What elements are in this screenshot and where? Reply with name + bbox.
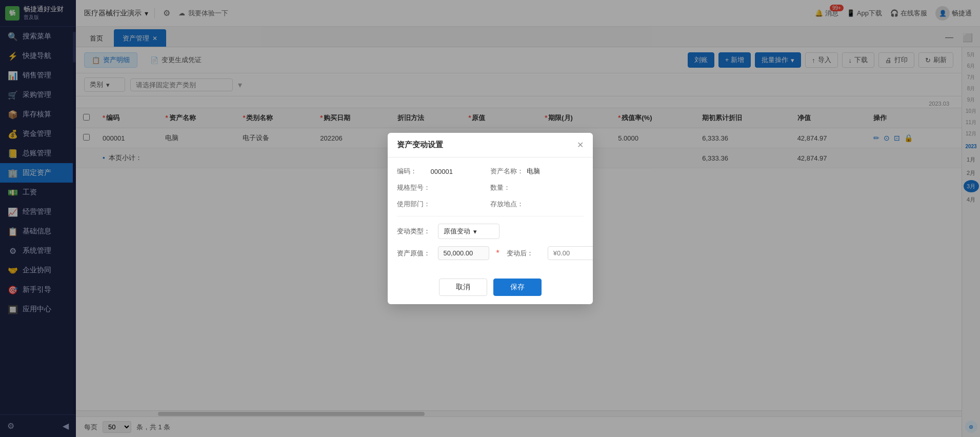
dialog-divider: [397, 216, 584, 216]
field-asset-name: 资产名称： 电脑: [490, 167, 584, 176]
asset-name-value: 电脑: [527, 167, 540, 176]
field-dept: 使用部门：: [397, 200, 490, 209]
original-value-input: [438, 246, 489, 260]
dialog-close-button[interactable]: ✕: [577, 140, 584, 150]
form-row-values: 资产原值： * 变动后：: [397, 246, 584, 260]
location-label: 存放地点：: [490, 200, 524, 209]
spec-label: 规格型号：: [397, 183, 430, 192]
change-type-label: 变动类型：: [397, 227, 433, 236]
dialog-header: 资产变动设置 ✕: [388, 133, 593, 157]
quantity-label: 数量：: [490, 183, 521, 192]
save-button[interactable]: 保存: [493, 279, 542, 296]
field-location: 存放地点：: [490, 200, 584, 209]
dialog-row-1: 编码： 000001 资产名称： 电脑: [397, 167, 584, 176]
asset-change-dialog: 资产变动设置 ✕ 编码： 000001 资产名称： 电脑 规格型号：: [388, 133, 593, 304]
dialog-overlay: 资产变动设置 ✕ 编码： 000001 资产名称： 电脑 规格型号：: [0, 0, 980, 437]
dialog-row-3: 使用部门： 存放地点：: [397, 200, 584, 209]
asset-name-label: 资产名称：: [490, 167, 524, 176]
dialog-footer: 取消 保存: [388, 272, 593, 304]
change-type-value: 原值变动: [444, 227, 470, 236]
code-value: 000001: [431, 168, 453, 175]
dept-label: 使用部门：: [397, 200, 430, 209]
code-label: 编码：: [397, 167, 428, 176]
field-quantity: 数量：: [490, 183, 584, 192]
field-spec: 规格型号：: [397, 183, 490, 192]
dialog-row-2: 规格型号： 数量：: [397, 183, 584, 192]
dialog-body: 编码： 000001 资产名称： 电脑 规格型号： 数量：: [388, 157, 593, 272]
change-type-select[interactable]: 原值变动 ▾: [438, 224, 499, 239]
form-row-change-type: 变动类型： 原值变动 ▾: [397, 224, 584, 239]
required-star: *: [496, 249, 499, 258]
cancel-button[interactable]: 取消: [439, 279, 487, 296]
original-value-label: 资产原值：: [397, 249, 433, 258]
dialog-title: 资产变动设置: [397, 140, 443, 150]
change-type-arrow-icon: ▾: [473, 228, 477, 235]
after-change-input[interactable]: [548, 246, 593, 260]
after-change-label: 变动后：: [507, 249, 543, 258]
field-code: 编码： 000001: [397, 167, 490, 176]
